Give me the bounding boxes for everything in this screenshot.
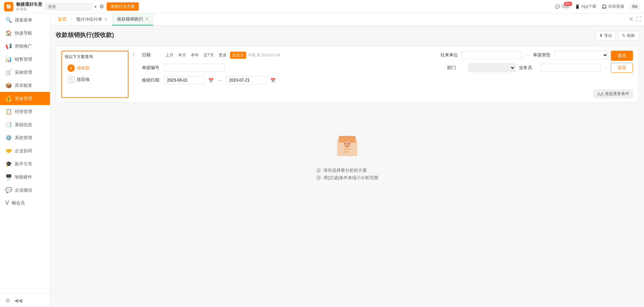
sidebar-item-operations[interactable]: 📋 经营管理	[0, 105, 50, 118]
refresh-button[interactable]: ↻ 刷新	[619, 31, 639, 40]
sidebar-settings-icon[interactable]: ⚙	[5, 297, 10, 304]
sidebar-label-guide: 新手引导	[15, 161, 32, 167]
page-title: 收款核销执行(按收款)	[56, 31, 114, 39]
sidebar-collapse-icon[interactable]: ◀◀	[14, 297, 22, 304]
query-area: 查询 设置	[611, 51, 633, 73]
date-label: 日期	[142, 52, 160, 58]
sidebar: 🔍 搜索菜单 🏠 快捷导航 📢 营销推广 📊 销售管理 🛒 采购管理 📦 库存核…	[0, 13, 50, 307]
sidebar-item-hardware[interactable]: 🖥️ 智能硬件	[0, 170, 50, 184]
counterparty-dots[interactable]: ···	[526, 52, 530, 58]
sidebar-item-purchase[interactable]: 🛒 采购管理	[0, 66, 50, 79]
finance-icon: 💰	[5, 95, 12, 102]
sidebar-item-member[interactable]: V 畅会员	[0, 197, 50, 209]
service-icon: 🎧	[602, 4, 607, 9]
search-dropdown-icon[interactable]: ▾	[95, 4, 97, 9]
receipt-option-label: 按收款	[77, 65, 90, 71]
wechat-icon: 💬	[5, 187, 12, 193]
export-button[interactable]: ⬆ 导出	[596, 31, 616, 40]
tip-num-1: 1	[316, 168, 321, 173]
date-last-month[interactable]: 上月	[164, 52, 175, 59]
top-bar: 畅 畅捷通好生意 标准版 ▾ ⚙ 体验行业方案 💬 消息 99+ 📱 App下载…	[0, 0, 644, 13]
filter-option-by-receivable[interactable]: ⏱ 按应收	[65, 74, 125, 85]
quicknav-icon: 🏠	[5, 30, 12, 36]
sidebar-item-marketing[interactable]: 📢 营销推广	[0, 40, 50, 53]
toolbar: ⬆ 导出 ↻ 刷新	[596, 31, 639, 40]
settings-icon[interactable]: ⚙	[99, 3, 104, 10]
sidebar-item-wechat[interactable]: 💬 企业微信	[0, 184, 50, 197]
filter-fields: 日期 上月 本月 本年 近7天 更多 自定义 不限 至 2023-07-26	[137, 51, 633, 98]
marketing-icon: 📢	[5, 43, 12, 49]
query-button[interactable]: 查询	[611, 51, 633, 61]
date-this-month[interactable]: 本月	[177, 52, 187, 59]
tab-bar: 首页 预付冲应付单 ✕ 收款核销执行 ✕ ✕ ⛶	[50, 13, 644, 25]
date-this-year[interactable]: 本年	[190, 52, 200, 59]
tab-writeoff-close[interactable]: ✕	[145, 17, 148, 21]
svg-point-6	[348, 143, 350, 144]
filter-options-title: 按以下方案查询	[65, 54, 125, 60]
sidebar-item-quicknav[interactable]: 🏠 快捷导航	[0, 27, 50, 40]
doc-type-select[interactable]	[554, 51, 608, 59]
industry-solution-button[interactable]: 体验行业方案	[107, 2, 139, 11]
calendar-end-icon[interactable]: 📅	[270, 78, 276, 83]
inventory-icon: 📦	[5, 82, 12, 89]
filter-row-docnum: 单据编号 部门 业务员 ···	[142, 63, 608, 72]
page-content: 收款核销执行(按收款) ⬆ 导出 ↻ 刷新 按以下方案查询	[50, 25, 644, 307]
sidebar-label-marketing: 营销推广	[15, 43, 32, 49]
app-brand: 畅捷通好生意	[16, 2, 42, 7]
sidebar-item-finance[interactable]: 💰 资金管理	[0, 92, 50, 105]
setting-button[interactable]: 设置	[611, 63, 633, 73]
sidebar-item-sales[interactable]: 📊 销售管理	[0, 53, 50, 66]
counterparty-input[interactable]	[462, 51, 522, 59]
sidebar-item-system[interactable]: ⚙️ 系统管理	[0, 131, 50, 144]
filter-option-by-receipt[interactable]: ¥ 按收款	[65, 62, 125, 74]
tab-writeoff[interactable]: 收款核销执行 ✕	[112, 13, 153, 25]
app-edition: 标准版	[16, 7, 42, 11]
date-more[interactable]: 更多	[217, 52, 228, 59]
writeoff-date-end-input[interactable]	[226, 76, 266, 84]
hardware-icon: 🖥️	[5, 174, 12, 180]
messages-button[interactable]: 💬 消息 99+	[555, 4, 570, 9]
dept-select[interactable]	[469, 63, 516, 72]
online-service-button[interactable]: 🎧 在线客服	[602, 4, 624, 9]
member-icon: V	[5, 200, 9, 206]
username-label: Rit	[632, 4, 637, 9]
date-last-7days[interactable]: 近7天	[202, 52, 215, 59]
sidebar-item-search[interactable]: 🔍 搜索菜单	[0, 13, 50, 27]
tab-writeoff-label: 收款核销执行	[117, 16, 143, 22]
tab-prepay-close[interactable]: ✕	[104, 17, 107, 21]
system-icon: ⚙️	[5, 135, 12, 141]
tab-close-all-icon[interactable]: ✕	[629, 16, 633, 22]
date-custom[interactable]: 自定义	[230, 52, 246, 59]
collapse-chevron-icon: 《	[130, 52, 135, 58]
tab-home-label: 首页	[58, 16, 66, 22]
filter-collapse-button[interactable]: 《	[128, 51, 137, 98]
writeoff-date-start-input[interactable]	[164, 76, 204, 84]
staff-input[interactable]	[540, 64, 601, 72]
sidebar-label-quicknav: 快捷导航	[15, 30, 32, 36]
sidebar-item-guide[interactable]: 🎓 新手引导	[0, 157, 50, 170]
tab-expand-icon[interactable]: ⛶	[636, 16, 641, 22]
sidebar-label-sales: 销售管理	[15, 56, 32, 62]
doc-type-label: 单据类型	[533, 52, 551, 58]
top-search-input[interactable]	[45, 3, 92, 10]
sidebar-label-baseinfo: 基础信息	[15, 122, 32, 128]
user-menu[interactable]: Rit	[630, 3, 640, 10]
empty-tip-1-text: 请先选择要分析的方案	[323, 167, 367, 173]
tab-home[interactable]: 首页	[53, 13, 71, 25]
sidebar-item-inventory[interactable]: 📦 库存核算	[0, 79, 50, 92]
empty-tips-list: 1 请先选择要分析的方案 2 用[过滤]条件来缩小分析范围	[316, 167, 378, 182]
sidebar-label-inventory: 库存核算	[15, 83, 32, 89]
sidebar-label-purchase: 采购管理	[15, 69, 32, 75]
staff-dots[interactable]: ···	[604, 65, 608, 70]
sidebar-label-wechat: 企业微信	[15, 187, 32, 193]
staff-label: 业务员	[519, 65, 537, 71]
sales-icon: 📊	[5, 56, 12, 62]
sidebar-item-cooperation[interactable]: 🤝 企业协同	[0, 144, 50, 157]
collapse-more-button[interactable]: ⋀⋀ 收起更多条件	[593, 90, 633, 98]
doc-num-input[interactable]	[164, 64, 224, 72]
message-badge: 99+	[564, 2, 572, 6]
sidebar-item-baseinfo[interactable]: 📑 基础信息	[0, 118, 50, 131]
calendar-start-icon[interactable]: 📅	[208, 78, 214, 83]
app-download-button[interactable]: 📱 App下载	[575, 4, 596, 9]
tab-prepay[interactable]: 预付冲应付单 ✕	[71, 13, 112, 25]
